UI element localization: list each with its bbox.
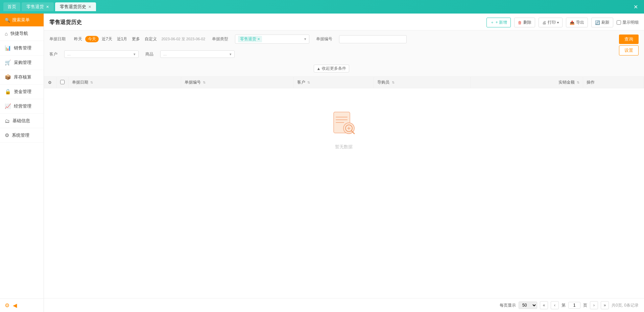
tab-retail-return[interactable]: 零售退货 ✕ — [22, 2, 54, 11]
show-detail-text: 显示明细 — [622, 20, 639, 25]
sidebar-label-quick-nav: 快捷导航 — [10, 30, 28, 37]
sidebar-label-system: 系统管理 — [12, 132, 29, 138]
th-checkbox[interactable] — [56, 77, 68, 88]
close-tab-history[interactable]: ✕ — [88, 5, 91, 9]
date-option-more[interactable]: 更多 — [130, 36, 142, 43]
filter-area: 单据日期 昨天 今天 近7天 近1月 更多 自定义 2023-06-02 至 2… — [44, 30, 644, 77]
print-icon: 🖨 — [542, 20, 546, 25]
date-option-today[interactable]: 今天 — [85, 36, 99, 42]
date-option-yesterday[interactable]: 昨天 — [72, 36, 84, 43]
sidebar-item-operations[interactable]: 📈 经营管理 — [0, 99, 44, 114]
export-button[interactable]: 📤 导出 — [566, 18, 588, 27]
th-docno-label: 单据编号 — [185, 80, 201, 85]
sidebar-item-quick-nav[interactable]: ⌂ 快捷导航 — [0, 26, 44, 41]
empty-icon — [329, 109, 359, 139]
search-menu-btn[interactable]: 🔍 搜索菜单 — [0, 14, 44, 26]
sales-icon: 📊 — [5, 45, 11, 51]
th-customer-label: 客户 — [297, 80, 305, 85]
delete-button[interactable]: 🗑 删除 — [514, 18, 535, 27]
sidebar-item-system[interactable]: ⚙ 系统管理 — [0, 128, 44, 143]
last-page-button[interactable]: » — [601, 301, 609, 309]
date-option-7days[interactable]: 近7天 — [100, 36, 114, 43]
customer-select[interactable]: ... ▾ — [64, 50, 139, 58]
th-settings[interactable]: ⚙ — [44, 77, 56, 88]
empty-state-row: 暂无数据 — [44, 88, 644, 171]
per-page-select[interactable]: 20 50 100 — [519, 302, 537, 309]
table-settings-icon[interactable]: ⚙ — [48, 80, 52, 85]
sidebar-item-purchase[interactable]: 🛒 采购管理 — [0, 55, 44, 70]
next-page-button[interactable]: › — [590, 301, 598, 309]
refresh-label: 刷新 — [601, 20, 610, 25]
last-page-icon: » — [604, 303, 606, 308]
main-layout: 🔍 搜索菜单 ⌂ 快捷导航 📊 销售管理 🛒 采购管理 📦 库存核算 🔒 资金管… — [0, 14, 644, 312]
sidebar: 🔍 搜索菜单 ⌂ 快捷导航 📊 销售管理 🛒 采购管理 📦 库存核算 🔒 资金管… — [0, 14, 44, 312]
guide-sort-icon[interactable]: ⇅ — [392, 81, 395, 84]
top-bar: 首页 零售退货 ✕ 零售退货历史 ✕ ✕ — [0, 0, 644, 14]
add-button[interactable]: ＋ + 新增 — [486, 18, 511, 27]
customer-placeholder: ... — [67, 52, 71, 57]
customer-sort-icon[interactable]: ⇅ — [307, 81, 310, 84]
print-button[interactable]: 🖨 打印 ▾ — [539, 18, 563, 27]
goods-arrow: ▾ — [230, 52, 232, 57]
page-title: 零售退货历史 — [49, 19, 82, 26]
sidebar-label-sales: 销售管理 — [14, 45, 31, 51]
docno-sort-icon[interactable]: ⇅ — [203, 81, 206, 84]
type-select-arrow: ▾ — [304, 37, 306, 41]
collapse-button[interactable]: ▲ 收起更多条件 — [314, 65, 350, 72]
date-sort-icon[interactable]: ⇅ — [90, 81, 93, 84]
settings-bottom-icon[interactable]: ⚙ — [5, 302, 9, 309]
customer-filter-label: 客户 — [49, 51, 57, 57]
sidebar-item-inventory[interactable]: 📦 库存核算 — [0, 70, 44, 85]
collapse-label: 收起更多条件 — [322, 66, 346, 71]
date-option-1month[interactable]: 近1月 — [115, 36, 129, 43]
page-prefix-label: 第 — [562, 303, 566, 308]
type-tag-close[interactable]: ✕ — [257, 37, 260, 41]
th-customer: 客户 ⇅ — [294, 77, 374, 88]
sidebar-item-finance[interactable]: 🔒 资金管理 — [0, 85, 44, 99]
docno-input[interactable] — [339, 35, 407, 43]
show-detail-checkbox[interactable] — [617, 20, 621, 25]
goods-select[interactable]: ... ▾ — [160, 50, 235, 58]
delete-label: 删除 — [523, 20, 531, 25]
th-date: 单据日期 ⇅ — [68, 77, 181, 88]
date-option-custom[interactable]: 自定义 — [143, 36, 159, 43]
first-page-icon: « — [543, 303, 545, 308]
first-page-button[interactable]: « — [540, 301, 548, 309]
filter-row-1: 单据日期 昨天 今天 近7天 近1月 更多 自定义 2023-06-02 至 2… — [49, 35, 614, 44]
top-bar-tabs: 首页 零售退货 ✕ 零售退货历史 ✕ — [3, 2, 631, 11]
filter-action-buttons: 查询 设置 — [619, 35, 639, 55]
setting-button[interactable]: 设置 — [619, 45, 639, 55]
th-date-label: 单据日期 — [72, 80, 88, 85]
query-button[interactable]: 查询 — [619, 35, 639, 44]
sidebar-bottom: ⚙ ◀ — [0, 298, 44, 312]
per-page-label: 每页显示 — [500, 303, 516, 308]
tab-retail-return-history[interactable]: 零售退货历史 ✕ — [55, 2, 96, 11]
collapse-sidebar-icon[interactable]: ◀ — [13, 302, 17, 309]
refresh-button[interactable]: 🔄 刷新 — [591, 18, 613, 27]
th-action-label: 操作 — [587, 80, 595, 85]
type-select[interactable]: 零售退货 ✕ ▾ — [235, 35, 309, 44]
print-arrow-icon: ▾ — [557, 21, 559, 24]
window-close-icon[interactable]: ✕ — [631, 2, 641, 12]
search-menu-label: 搜索菜单 — [12, 17, 30, 23]
th-action: 操作 — [583, 77, 644, 88]
show-detail-toggle[interactable]: 显示明细 — [617, 20, 639, 25]
close-tab-retail-return[interactable]: ✕ — [46, 5, 49, 9]
page-suffix-label: 页 — [583, 303, 587, 308]
empty-state: 暂无数据 — [44, 88, 644, 170]
prev-page-button[interactable]: ‹ — [551, 301, 559, 309]
home-tab-label: 首页 — [7, 4, 16, 10]
sidebar-item-basic-info[interactable]: 🗂 基础信息 — [0, 114, 44, 128]
content-area: 零售退货历史 ＋ + 新增 🗑 删除 🖨 打印 ▾ 📤 导出 — [44, 14, 644, 312]
sidebar-item-sales[interactable]: 📊 销售管理 — [0, 41, 44, 55]
pagination: 每页显示 20 50 100 « ‹ 第 页 › » 共0页, 0条记录 — [44, 298, 644, 312]
tab-home[interactable]: 首页 — [3, 2, 20, 11]
page-number-input[interactable] — [568, 302, 580, 309]
th-guide-label: 导购员 — [377, 80, 389, 85]
retail-return-tab-label: 零售退货 — [26, 4, 44, 10]
amount-sort-icon[interactable]: ⇅ — [577, 81, 579, 84]
export-label: 导出 — [576, 20, 584, 25]
customer-arrow: ▾ — [134, 52, 136, 57]
empty-text: 暂无数据 — [335, 144, 353, 150]
select-all-checkbox[interactable] — [60, 80, 65, 84]
